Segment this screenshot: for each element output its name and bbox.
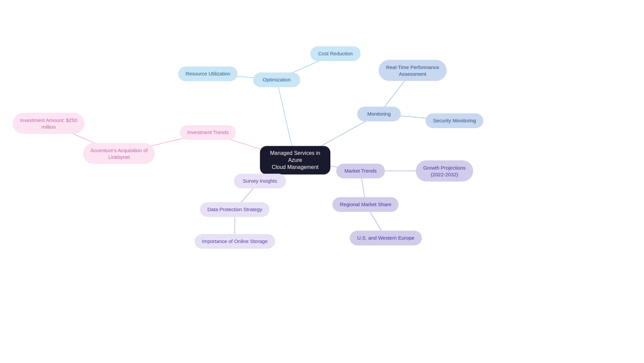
- cost-reduction-node[interactable]: Cost Reduction: [310, 46, 361, 61]
- cost-reduction-label: Cost Reduction: [318, 50, 353, 57]
- realtime-performance-label: Real-Time Performance Assessment: [386, 64, 439, 77]
- investment-trends-node[interactable]: Investment Trends: [180, 125, 236, 140]
- security-monitoring-node[interactable]: Security Monitoring: [426, 113, 483, 128]
- monitoring-node[interactable]: Monitoring: [357, 107, 401, 121]
- data-protection-node[interactable]: Data Protection Strategy: [200, 202, 269, 217]
- center-label: Managed Services in Azure Cloud Manageme…: [267, 150, 323, 171]
- center-node[interactable]: Managed Services in Azure Cloud Manageme…: [260, 146, 330, 175]
- regional-market-node[interactable]: Regional Market Share: [332, 197, 398, 212]
- data-protection-label: Data Protection Strategy: [207, 206, 262, 213]
- optimization-node[interactable]: Optimization: [253, 72, 300, 87]
- investment-trends-label: Investment Trends: [187, 129, 228, 136]
- survey-insights-node[interactable]: Survey Insights: [234, 174, 286, 188]
- market-trends-node[interactable]: Market Trends: [336, 164, 385, 178]
- us-western-europe-node[interactable]: U.S. and Western Europe: [350, 231, 422, 245]
- optimization-label: Optimization: [263, 76, 290, 83]
- investment-amount-node[interactable]: Investment Amount: $250 million: [13, 113, 85, 134]
- investment-amount-label: Investment Amount: $250 million: [20, 117, 77, 130]
- us-western-europe-label: U.S. and Western Europe: [357, 235, 415, 241]
- accenture-node[interactable]: Accenture's Acquisition of Linkbynet: [83, 143, 155, 164]
- importance-online-label: Importance of Online Storage: [202, 238, 268, 245]
- market-trends-label: Market Trends: [344, 168, 377, 174]
- importance-online-node[interactable]: Importance of Online Storage: [195, 234, 275, 249]
- growth-projections-node[interactable]: Growth Projections (2022-2032): [416, 161, 473, 182]
- monitoring-label: Monitoring: [367, 111, 391, 117]
- regional-market-label: Regional Market Share: [340, 201, 391, 208]
- growth-projections-label: Growth Projections (2022-2032): [423, 165, 466, 178]
- accenture-label: Accenture's Acquisition of Linkbynet: [91, 147, 148, 160]
- survey-insights-label: Survey Insights: [243, 178, 277, 184]
- resource-utilization-node[interactable]: Resource Utilization: [178, 66, 237, 81]
- security-monitoring-label: Security Monitoring: [433, 117, 476, 124]
- realtime-performance-node[interactable]: Real-Time Performance Assessment: [379, 60, 447, 81]
- resource-utilization-label: Resource Utilization: [185, 70, 230, 77]
